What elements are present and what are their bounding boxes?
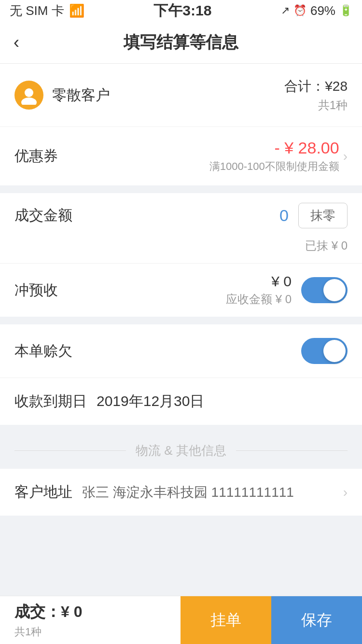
deal-amount-value: 0 (279, 206, 289, 225)
avatar (14, 81, 43, 110)
toggle-knob (323, 279, 346, 301)
address-section: 客户地址 张三 海淀永丰科技园 11111111111 › (0, 469, 362, 516)
precollect-right: ¥ 0 应收金额 ¥ 0 (226, 273, 348, 307)
due-date-row[interactable]: 收款到期日 2019年12月30日 (0, 378, 362, 425)
address-chevron: › (343, 485, 348, 500)
customer-right: 合计：¥28 共1种 (284, 77, 348, 113)
status-left: 无 SIM 卡 📶 (10, 2, 84, 19)
total-count: 共1种 (284, 98, 348, 113)
address-chevron-icon: › (343, 485, 348, 500)
coupon-amount: - ¥ 28.00 (209, 139, 339, 157)
round-button[interactable]: 抹零 (298, 203, 348, 228)
precollect-amounts: ¥ 0 应收金额 ¥ 0 (226, 273, 292, 307)
customer-name: 零散客户 (52, 85, 110, 105)
logistics-divider: 物流 & 其他信息 (0, 433, 362, 469)
save-button[interactable]: 保存 (271, 596, 362, 644)
deal-amount-label: 成交金额 (14, 206, 72, 225)
address-value: 张三 海淀永丰科技园 11111111111 (82, 483, 343, 502)
logistics-line-right (236, 450, 348, 451)
coupon-label: 优惠券 (14, 146, 58, 166)
status-bar: 无 SIM 卡 📶 下午3:18 ↗ ⏰ 69% 🔋 (0, 0, 362, 21)
coupon-value-block: - ¥ 28.00 满1000-100不限制使用金额 (209, 139, 339, 174)
debt-toggle[interactable] (301, 338, 348, 364)
coupon-right: - ¥ 28.00 满1000-100不限制使用金额 › (209, 139, 348, 174)
debt-label: 本单赊欠 (14, 341, 72, 361)
customer-section: 零散客户 合计：¥28 共1种 优惠券 - ¥ 28.00 满1000-100不… (0, 64, 362, 185)
deal-right: 0 抹零 (279, 203, 348, 228)
svg-point-0 (25, 88, 33, 97)
precollect-label: 冲预收 (14, 280, 58, 300)
address-row[interactable]: 客户地址 张三 海淀永丰科技园 11111111111 › (0, 469, 362, 516)
deal-section: 成交金额 0 抹零 已抹 ¥ 0 冲预收 ¥ 0 应收金额 ¥ 0 (0, 193, 362, 317)
due-date-label: 收款到期日 (14, 392, 87, 411)
alarm-icon: ⏰ (293, 4, 306, 17)
chevron-right-icon: › (343, 149, 348, 164)
nav-bar: ‹ 填写结算等信息 (0, 21, 362, 64)
precollect-sub-value: 应收金额 ¥ 0 (226, 292, 292, 307)
bottom-count: 共1种 (14, 625, 166, 639)
customer-left: 零散客户 (14, 81, 110, 110)
address-label: 客户地址 (14, 482, 72, 502)
bottom-bar: 成交：¥ 0 共1种 挂单 保存 (0, 596, 362, 644)
coupon-row[interactable]: 优惠券 - ¥ 28.00 满1000-100不限制使用金额 › (0, 126, 362, 185)
battery-text: 69% (310, 3, 335, 18)
hold-button[interactable]: 挂单 (181, 596, 271, 644)
svg-point-1 (21, 98, 37, 105)
customer-row: 零散客户 合计：¥28 共1种 (0, 64, 362, 126)
logistics-line-left (14, 450, 126, 451)
due-date-value: 2019年12月30日 (97, 392, 204, 411)
bottom-deal-amount: 成交：¥ 0 (14, 602, 166, 623)
precollect-row: 冲预收 ¥ 0 应收金额 ¥ 0 (0, 263, 362, 317)
coupon-desc: 满1000-100不限制使用金额 (209, 159, 339, 174)
precollect-toggle[interactable] (301, 277, 348, 303)
debt-toggle-knob (323, 340, 346, 362)
battery-icon: 🔋 (339, 4, 352, 17)
debt-section: 本单赊欠 收款到期日 2019年12月30日 (0, 324, 362, 425)
location-icon: ↗ (281, 4, 290, 17)
deal-amount-sub: 已抹 ¥ 0 (0, 238, 362, 263)
deal-amount-row: 成交金额 0 抹零 (0, 193, 362, 238)
page-title: 填写结算等信息 (124, 31, 238, 54)
logistics-label: 物流 & 其他信息 (136, 442, 226, 459)
status-right: ↗ ⏰ 69% 🔋 (281, 3, 352, 18)
bottom-info: 成交：¥ 0 共1种 (0, 596, 181, 644)
back-button[interactable]: ‹ (14, 32, 19, 53)
carrier-text: 无 SIM 卡 (10, 2, 64, 19)
bottom-deal-value: ¥ 0 (61, 603, 82, 620)
status-time: 下午3:18 (153, 1, 211, 21)
total-amount: 合计：¥28 (284, 77, 348, 96)
precollect-main-value: ¥ 0 (226, 273, 292, 290)
debt-row: 本单赊欠 (0, 324, 362, 378)
wifi-icon: 📶 (69, 3, 84, 18)
bottom-deal-prefix: 成交： (14, 603, 61, 620)
